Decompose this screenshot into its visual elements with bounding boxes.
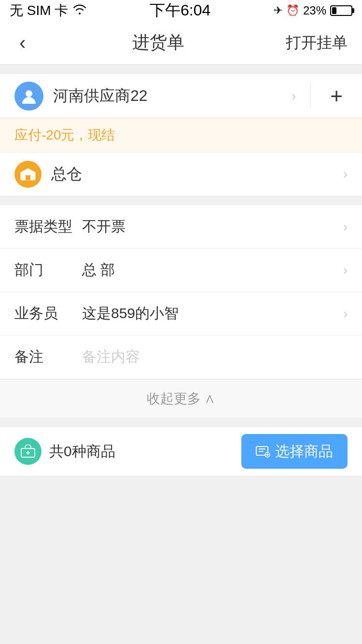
- warehouse-name: 总仓: [51, 164, 343, 185]
- svg-point-0: [26, 90, 32, 97]
- divider: [310, 84, 311, 108]
- alarm-icon: ⏰: [286, 4, 299, 17]
- department-chevron-icon: ›: [343, 263, 348, 278]
- remark-row[interactable]: 备注 备注内容: [0, 336, 362, 379]
- status-right-icons: ✈ ⏰ 23%: [274, 4, 352, 17]
- status-time: 下午6:04: [150, 0, 210, 21]
- product-count-area: 共0种商品: [14, 438, 115, 465]
- back-button[interactable]: ‹: [14, 27, 30, 58]
- warehouse-row[interactable]: 总仓 ›: [0, 152, 362, 196]
- alert-bar: 应付-20元，现结: [0, 118, 362, 152]
- status-bar: 无 SIM 卡 下午6:04 ✈ ⏰ 23%: [0, 0, 362, 21]
- location-icon: ✈: [274, 4, 282, 17]
- collapse-button[interactable]: 收起更多 ∧: [0, 379, 362, 418]
- sales-rep-row[interactable]: 业务员 这是859的小智 ›: [0, 292, 362, 336]
- invoice-type-value: 不开票: [72, 217, 343, 237]
- add-button[interactable]: +: [325, 84, 348, 108]
- invoice-type-label: 票据类型: [14, 217, 72, 237]
- supplier-avatar: [14, 82, 43, 111]
- product-icon: [14, 438, 42, 465]
- remark-label: 备注: [14, 347, 72, 367]
- warehouse-chevron-icon: ›: [343, 167, 348, 182]
- warehouse-icon: [14, 161, 42, 188]
- supplier-right: › +: [292, 84, 348, 108]
- select-product-button[interactable]: 选择商品: [241, 434, 348, 469]
- section-divider-1: [0, 65, 362, 74]
- page-title: 进货单: [132, 31, 184, 55]
- department-row[interactable]: 部门 总 部 ›: [0, 249, 362, 292]
- invoice-type-chevron-icon: ›: [343, 219, 348, 235]
- alert-text: 应付-20元，现结: [14, 127, 115, 142]
- battery-percent: 23%: [303, 4, 326, 17]
- open-pending-button[interactable]: 打开挂单: [286, 32, 348, 54]
- collapse-label: 收起更多 ∧: [147, 390, 216, 408]
- svg-rect-1: [26, 175, 30, 180]
- invoice-type-row[interactable]: 票据类型 不开票 ›: [0, 205, 362, 249]
- wifi-icon: [73, 4, 86, 17]
- bottom-bar: 共0种商品 选择商品: [0, 427, 362, 476]
- select-product-label: 选择商品: [275, 442, 333, 462]
- sales-rep-value: 这是859的小智: [72, 304, 343, 323]
- carrier-text: 无 SIM 卡: [10, 1, 68, 20]
- form-section: 票据类型 不开票 › 部门 总 部 › 业务员 这是859的小智 › 备注 备注…: [0, 205, 362, 418]
- supplier-row[interactable]: 河南供应商22 › +: [0, 74, 362, 118]
- supplier-name: 河南供应商22: [53, 85, 292, 107]
- department-value: 总 部: [72, 260, 343, 280]
- product-count-text: 共0种商品: [49, 442, 115, 462]
- select-product-icon: [256, 445, 270, 458]
- page-background: [0, 476, 362, 620]
- department-label: 部门: [14, 260, 72, 280]
- status-carrier: 无 SIM 卡: [10, 1, 86, 20]
- battery-icon: [330, 5, 352, 16]
- supplier-chevron-icon: ›: [292, 88, 296, 104]
- sales-rep-label: 业务员: [14, 304, 72, 323]
- sales-rep-chevron-icon: ›: [343, 306, 348, 322]
- nav-bar: ‹ 进货单 打开挂单: [0, 21, 362, 65]
- remark-placeholder[interactable]: 备注内容: [72, 347, 348, 367]
- supplier-section: 河南供应商22 › + 应付-20元，现结 总仓 ›: [0, 74, 362, 196]
